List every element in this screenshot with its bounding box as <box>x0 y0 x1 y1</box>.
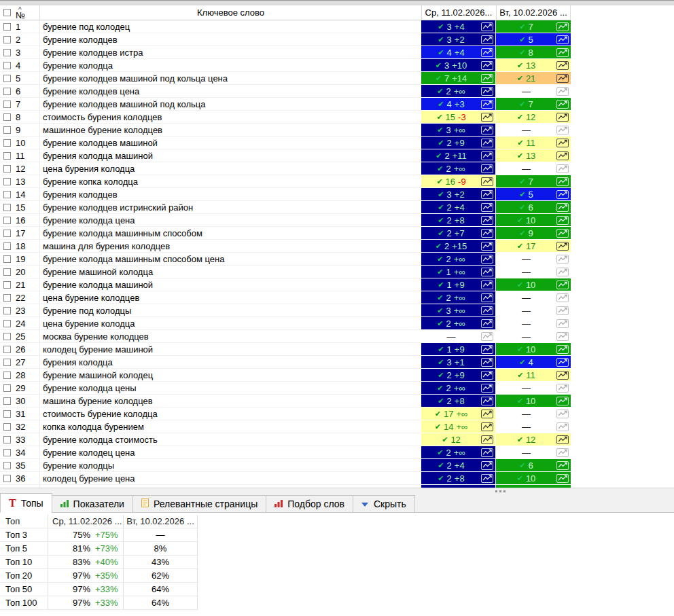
chart-icon[interactable] <box>556 332 569 341</box>
chart-icon[interactable] <box>481 255 493 264</box>
chart-icon[interactable] <box>556 74 569 83</box>
table-row[interactable]: 25москва бурение колодцев—— <box>0 330 571 343</box>
chart-icon[interactable] <box>556 448 569 457</box>
chart-icon[interactable] <box>556 48 569 57</box>
chart-icon[interactable] <box>481 435 493 444</box>
row-checkbox[interactable] <box>3 217 11 224</box>
row-checkbox[interactable] <box>3 165 11 173</box>
chart-icon[interactable] <box>556 22 569 31</box>
chart-icon[interactable] <box>481 306 493 315</box>
row-checkbox[interactable] <box>3 242 11 250</box>
chart-icon[interactable] <box>481 268 493 276</box>
row-checkbox[interactable] <box>3 294 11 302</box>
chart-icon[interactable] <box>556 177 569 186</box>
chart-icon[interactable] <box>481 371 493 380</box>
chart-icon[interactable] <box>481 384 493 393</box>
row-checkbox[interactable] <box>3 320 11 327</box>
chart-icon[interactable] <box>556 61 569 70</box>
chart-icon[interactable] <box>556 255 569 264</box>
row-checkbox[interactable] <box>3 113 11 121</box>
row-checkbox[interactable] <box>3 126 11 134</box>
row-checkbox[interactable] <box>3 346 11 353</box>
chart-icon[interactable] <box>556 422 569 431</box>
chart-icon[interactable] <box>481 280 493 289</box>
table-row[interactable]: 19бурение колодца машинным способом цена… <box>0 253 571 266</box>
chart-icon[interactable] <box>481 242 493 251</box>
table-row[interactable]: 11бурения колодца машиной✔2+11✔13 <box>0 149 571 162</box>
chart-icon[interactable] <box>556 280 569 289</box>
table-row[interactable]: 27бурения колодца✔3+1✔4 <box>0 356 571 369</box>
table-row[interactable]: 34бурение колодец цена✔2+∞— <box>0 446 571 459</box>
row-checkbox[interactable] <box>3 230 11 237</box>
table-row[interactable]: 10бурение колодцев машиной✔2+9✔11 <box>0 137 571 149</box>
row-checkbox[interactable] <box>3 333 11 340</box>
chart-icon[interactable] <box>481 229 493 238</box>
table-row[interactable]: 31стоимость бурение колодца✔17+∞— <box>0 407 571 420</box>
chart-icon[interactable] <box>481 190 493 199</box>
table-row[interactable]: 32копка колодца бурением✔14+∞— <box>0 420 571 433</box>
chart-icon[interactable] <box>481 61 493 70</box>
tab-metrics[interactable]: Показатели <box>52 495 133 513</box>
chart-icon[interactable] <box>556 35 569 44</box>
chart-icon[interactable] <box>556 242 569 251</box>
chart-icon[interactable] <box>481 474 493 483</box>
chart-icon[interactable] <box>556 371 569 380</box>
table-row[interactable]: 4бурение колодца✔3+10✔13 <box>0 59 571 72</box>
table-row[interactable]: 22цена бурение колодцев✔2+∞— <box>0 291 571 304</box>
chart-icon[interactable] <box>481 410 493 418</box>
row-checkbox[interactable] <box>3 62 11 69</box>
row-checkbox[interactable] <box>3 307 11 314</box>
chart-icon[interactable] <box>481 319 493 328</box>
chart-icon[interactable] <box>556 345 569 354</box>
chart-icon[interactable] <box>481 22 493 31</box>
chart-icon[interactable] <box>556 306 569 315</box>
row-checkbox[interactable] <box>3 36 11 43</box>
table-row[interactable]: 7бурение колодцев машиной под кольца✔4+3… <box>0 98 571 111</box>
column-header-keyword[interactable]: Ключевое слово <box>39 5 421 20</box>
row-checkbox[interactable] <box>3 255 11 263</box>
table-row[interactable]: 33бурение колодца стоимость✔12✔12 <box>0 433 571 446</box>
table-row[interactable]: 12цена бурения колодца✔2+∞— <box>0 162 571 175</box>
chart-icon[interactable] <box>556 87 569 96</box>
table-row[interactable]: 9машинное бурение колодцев✔3+∞— <box>0 124 571 137</box>
row-checkbox[interactable] <box>3 204 11 211</box>
tab-relevant-pages[interactable]: Релевантные страницы <box>132 495 266 513</box>
table-row[interactable]: 5бурение колодцев машиной под кольца цен… <box>0 72 571 85</box>
chart-icon[interactable] <box>556 229 569 238</box>
chart-icon[interactable] <box>556 384 569 393</box>
table-row[interactable]: 35бурение колодцы✔2+4✔6 <box>0 459 571 472</box>
chart-icon[interactable] <box>481 358 493 367</box>
row-checkbox[interactable] <box>3 423 11 431</box>
table-row[interactable]: 23бурение под колодцы✔3+∞— <box>0 304 571 317</box>
top-scrollbar[interactable] <box>0 0 674 5</box>
table-row[interactable]: 28бурение машиной колодец✔2+9✔11 <box>0 369 571 382</box>
chart-icon[interactable] <box>556 293 569 302</box>
chart-icon[interactable] <box>481 126 493 134</box>
row-checkbox[interactable] <box>3 410 11 418</box>
chart-icon[interactable] <box>556 216 569 225</box>
row-checkbox[interactable] <box>3 139 11 147</box>
chart-icon[interactable] <box>481 113 493 122</box>
chart-icon[interactable] <box>481 100 493 109</box>
column-header-number[interactable]: ^ № <box>14 5 39 20</box>
chart-icon[interactable] <box>556 319 569 328</box>
table-row[interactable]: 20бурение машиной колодца✔1+∞— <box>0 266 571 278</box>
chart-icon[interactable] <box>556 268 569 276</box>
table-row[interactable]: 24цена бурение колодца✔2+∞— <box>0 317 571 330</box>
chart-icon[interactable] <box>481 203 493 212</box>
row-checkbox[interactable] <box>3 397 11 405</box>
chart-icon[interactable] <box>556 410 569 418</box>
chart-icon[interactable] <box>556 474 569 483</box>
row-checkbox[interactable] <box>3 88 11 95</box>
table-row[interactable]: 15бурение колодцев истринский район✔2+4✔… <box>0 201 571 214</box>
row-checkbox[interactable] <box>3 152 11 160</box>
chart-icon[interactable] <box>556 126 569 134</box>
table-row[interactable]: 13бурение копка колодца✔16-9✔7 <box>0 175 571 188</box>
table-row[interactable]: 21бурение колодца машиной✔1+9✔10 <box>0 278 571 291</box>
table-row[interactable]: 30машина бурение колодцев✔2+8✔10 <box>0 395 571 407</box>
row-checkbox[interactable] <box>3 449 11 456</box>
chart-icon[interactable] <box>481 345 493 354</box>
row-checkbox[interactable] <box>3 462 11 469</box>
chart-icon[interactable] <box>481 397 493 405</box>
row-checkbox[interactable] <box>3 359 11 366</box>
